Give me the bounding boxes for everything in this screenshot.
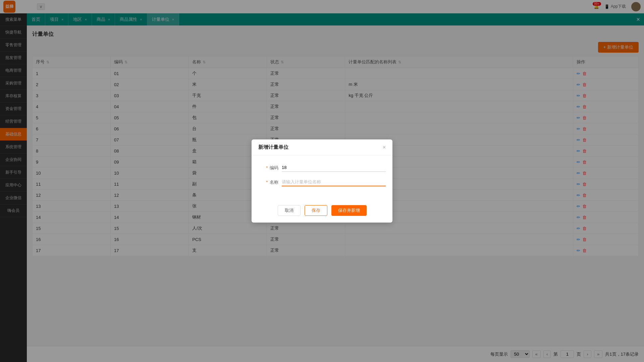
name-required-mark: * <box>266 180 268 185</box>
code-required-mark: * <box>266 165 268 170</box>
name-label: * 名称 <box>258 179 278 185</box>
modal-header: 新增计量单位 × <box>252 139 392 156</box>
name-form-row: * 名称 <box>258 178 386 186</box>
name-input[interactable] <box>282 178 386 186</box>
modal-overlay: 新增计量单位 × * 编码 * 名称 <box>0 0 644 362</box>
code-form-row: * 编码 <box>258 164 386 172</box>
code-label: * 编码 <box>258 165 278 171</box>
modal-close-btn[interactable]: × <box>383 144 386 150</box>
add-unit-modal: 新增计量单位 × * 编码 * 名称 <box>252 139 392 223</box>
save-and-new-button[interactable]: 保存并新增 <box>331 205 367 216</box>
save-button[interactable]: 保存 <box>305 205 327 216</box>
modal-body: * 编码 * 名称 <box>252 156 392 200</box>
modal-title: 新增计量单位 <box>258 144 288 150</box>
cancel-button[interactable]: 取消 <box>278 205 301 216</box>
code-input[interactable] <box>282 164 386 172</box>
modal-footer: 取消 保存 保存并新增 <box>252 200 392 223</box>
